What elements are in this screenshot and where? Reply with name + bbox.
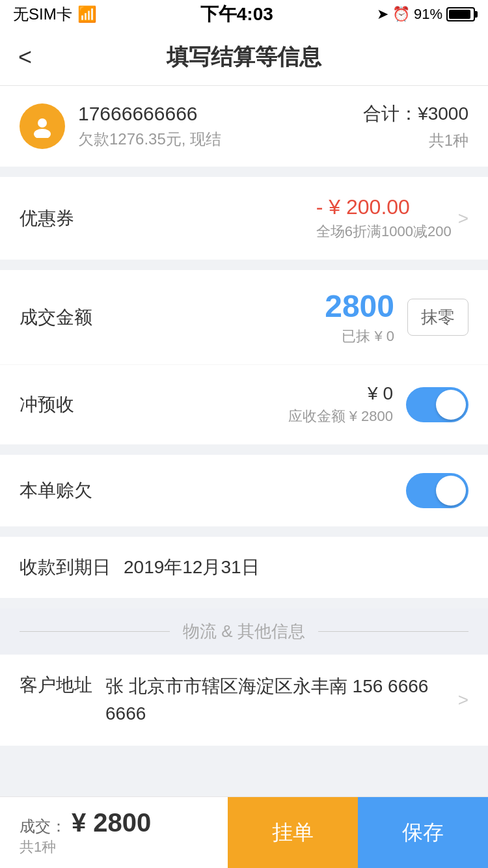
- alarm-icon: ⏰: [392, 6, 410, 23]
- address-label: 客户地址: [20, 673, 92, 698]
- debt-label: 本单赊欠: [20, 478, 92, 503]
- wifi-icon: 📶: [77, 5, 97, 23]
- customer-row: 17666666666 欠款1276.35元, 现结 合计：¥3000 共1种: [0, 86, 488, 167]
- customer-left: 17666666666 欠款1276.35元, 现结: [20, 103, 221, 150]
- customer-debt-info: 欠款1276.35元, 现结: [78, 129, 221, 150]
- customer-total: 合计：¥3000: [363, 102, 468, 126]
- amount-section: 成交金额 2800 已抹 ¥ 0 抹零 冲预收 ¥ 0 应收金额 ¥ 2800: [0, 270, 488, 444]
- deal-amount-label: 成交金额: [20, 305, 92, 330]
- address-section[interactable]: 客户地址 张 北京市市辖区海淀区永丰南 156 6666 6666 >: [0, 655, 488, 746]
- customer-phone: 17666666666: [78, 103, 221, 125]
- svg-point-0: [38, 118, 47, 128]
- coupon-chevron-icon: >: [458, 208, 468, 229]
- customer-count: 共1种: [363, 130, 468, 151]
- location-icon: ➤: [377, 6, 388, 23]
- due-date-value: 2019年12月31日: [124, 555, 260, 580]
- carrier-text: 无SIM卡: [13, 4, 72, 25]
- time-display: 下午4:03: [200, 2, 273, 27]
- back-button[interactable]: <: [18, 44, 32, 71]
- bottom-deal-label: 成交：: [20, 816, 66, 837]
- coupon-info: - ¥ 200.00 全场6折满1000减200: [316, 195, 452, 241]
- customer-right: 合计：¥3000 共1种: [363, 102, 468, 151]
- bottom-amount-value: ¥ 2800: [72, 808, 151, 837]
- page-title: 填写结算等信息: [167, 42, 321, 72]
- address-chevron-icon: >: [458, 690, 468, 711]
- save-button[interactable]: 保存: [358, 797, 488, 868]
- due-date-row: 收款到期日 2019年12月31日: [20, 555, 468, 580]
- coupon-right: - ¥ 200.00 全场6折满1000减200 >: [316, 195, 468, 241]
- round-off-button[interactable]: 抹零: [407, 299, 468, 336]
- due-date-section: 收款到期日 2019年12月31日: [0, 537, 488, 598]
- coupon-row[interactable]: 优惠券 - ¥ 200.00 全场6折满1000减200 >: [0, 177, 488, 260]
- pending-button[interactable]: 挂单: [228, 797, 358, 868]
- status-right: ➤ ⏰ 91%: [377, 6, 475, 23]
- logistics-divider-text: 物流 & 其他信息: [183, 620, 305, 643]
- coupon-label: 优惠券: [20, 206, 74, 231]
- logistics-divider: 物流 & 其他信息: [0, 608, 488, 655]
- prepay-value: ¥ 0: [288, 383, 393, 404]
- deal-amount-right: 2800 已抹 ¥ 0 抹零: [325, 288, 468, 346]
- battery-icon: [446, 7, 475, 21]
- divider-line-right: [318, 631, 468, 632]
- bottom-bar: 成交： ¥ 2800 共1种 挂单 保存: [0, 796, 488, 868]
- avatar: [20, 103, 65, 149]
- receivable-label: 应收金额 ¥ 2800: [288, 407, 393, 426]
- prepay-right: ¥ 0 应收金额 ¥ 2800: [288, 383, 468, 426]
- nav-bar: < 填写结算等信息: [0, 29, 488, 86]
- amount-value-block: 2800 已抹 ¥ 0: [325, 288, 394, 346]
- due-date-label: 收款到期日: [20, 555, 111, 580]
- status-bar: 无SIM卡 📶 下午4:03 ➤ ⏰ 91%: [0, 0, 488, 29]
- coupon-description: 全场6折满1000减200: [316, 222, 452, 241]
- prepay-label: 冲预收: [20, 392, 74, 417]
- customer-info: 17666666666 欠款1276.35元, 现结: [78, 103, 221, 150]
- bottom-deal-row: 成交： ¥ 2800: [20, 808, 208, 837]
- deal-amount-row: 成交金额 2800 已抹 ¥ 0 抹零: [0, 270, 488, 365]
- coupon-discount: - ¥ 200.00: [316, 195, 452, 219]
- battery-percent: 91%: [414, 6, 442, 23]
- divider-line-left: [20, 631, 170, 632]
- debt-toggle[interactable]: [406, 473, 468, 508]
- prepay-amount-block: ¥ 0 应收金额 ¥ 2800: [288, 383, 393, 426]
- status-left: 无SIM卡 📶: [13, 4, 97, 25]
- rounded-info: 已抹 ¥ 0: [325, 327, 394, 346]
- debt-section: 本单赊欠: [0, 455, 488, 526]
- svg-point-1: [34, 129, 51, 138]
- battery-fill: [449, 10, 470, 19]
- bottom-info: 成交： ¥ 2800 共1种: [0, 797, 228, 868]
- address-value: 张 北京市市辖区海淀区永丰南 156 6666 6666: [105, 673, 445, 727]
- deal-amount-value: 2800: [325, 288, 394, 324]
- prepay-toggle[interactable]: [406, 387, 468, 422]
- prepay-row: 冲预收 ¥ 0 应收金额 ¥ 2800: [0, 365, 488, 444]
- bottom-count: 共1种: [20, 837, 208, 857]
